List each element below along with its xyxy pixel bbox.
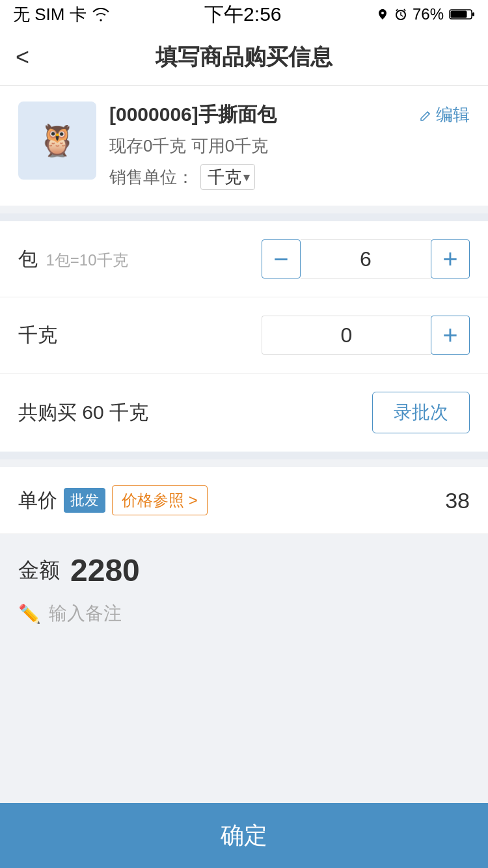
svg-rect-2 [472,12,474,16]
package-plus-button[interactable]: + [431,239,470,278]
amount-label: 金额 [18,556,60,585]
svg-rect-3 [450,11,467,18]
package-row: 包 1包=10千克 − + [0,221,488,297]
price-badge: 批发 [64,488,105,513]
total-row: 共购买 60 千克 录批次 [0,373,488,452]
status-time: 下午2:56 [204,1,281,28]
product-thumbnail: 🦉 [18,102,96,180]
price-value: 38 [445,488,470,513]
unit-select[interactable]: 千克 [200,164,255,190]
separator-1 [0,213,488,221]
amount-section: 金额 2280 ✏️ 输入备注 [0,534,488,644]
kg-label: 千克 [18,322,57,349]
battery-icon [449,8,475,21]
price-row: 单价 批发 价格参照 > 38 [0,467,488,534]
kg-plus-button[interactable]: + [431,316,470,355]
package-quantity-control: − + [262,239,470,278]
separator-2 [0,452,488,459]
amount-row: 金额 2280 [18,552,470,588]
kg-quantity-input[interactable] [262,316,431,355]
product-name: [0000006]手撕面包 [109,102,277,128]
package-quantity-input[interactable] [301,239,431,278]
product-stock: 现存0千克 可用0千克 [109,135,470,157]
product-section: 🦉 [0000006]手撕面包 编辑 现存0千克 可用0千克 销售单位： 千克 [0,86,488,206]
status-carrier: 无 SIM 卡 [13,3,110,26]
total-text: 共购买 60 千克 [18,400,148,426]
package-minus-button[interactable]: − [262,239,301,278]
product-info: [0000006]手撕面包 编辑 现存0千克 可用0千克 销售单位： 千克 [109,102,470,190]
unit-label: 销售单位： [109,166,194,189]
price-section: 单价 批发 价格参照 > 38 [0,467,488,534]
confirm-button[interactable]: 确定 [0,803,488,868]
edit-icon [419,108,433,122]
price-label: 单价 [18,487,57,514]
amount-value: 2280 [70,552,140,588]
kg-row: 千克 + [0,297,488,373]
remark-row[interactable]: ✏️ 输入备注 [18,601,470,644]
status-bar: 无 SIM 卡 下午2:56 76% [0,0,488,29]
page-title: 填写商品购买信息 [156,42,332,72]
price-label-group: 单价 批发 价格参照 > [18,485,208,515]
form-section: 包 1包=10千克 − + 千克 + 共购买 60 千克 录批次 [0,221,488,452]
price-ref-button[interactable]: 价格参照 > [112,485,208,515]
wifi-icon [92,7,110,21]
nav-bar: < 填写商品购买信息 [0,29,488,86]
record-batch-button[interactable]: 录批次 [372,392,470,433]
confirm-label: 确定 [221,820,267,852]
status-right: 76% [376,5,475,23]
edit-link[interactable]: 编辑 [419,103,470,126]
package-label: 包 [18,248,38,269]
pencil-icon: ✏️ [18,603,41,625]
product-thumb-icon: 🦉 [38,122,77,159]
remark-placeholder[interactable]: 输入备注 [49,601,122,626]
kg-quantity-control: + [262,316,470,355]
package-label-group: 包 1包=10千克 [18,246,128,273]
unit-select-wrap[interactable]: 千克 [200,164,255,190]
product-unit-row: 销售单位： 千克 [109,164,470,190]
back-button[interactable]: < [16,44,29,71]
alarm-icon [394,8,407,21]
location-icon [376,8,389,21]
package-hint: 1包=10千克 [46,251,128,269]
